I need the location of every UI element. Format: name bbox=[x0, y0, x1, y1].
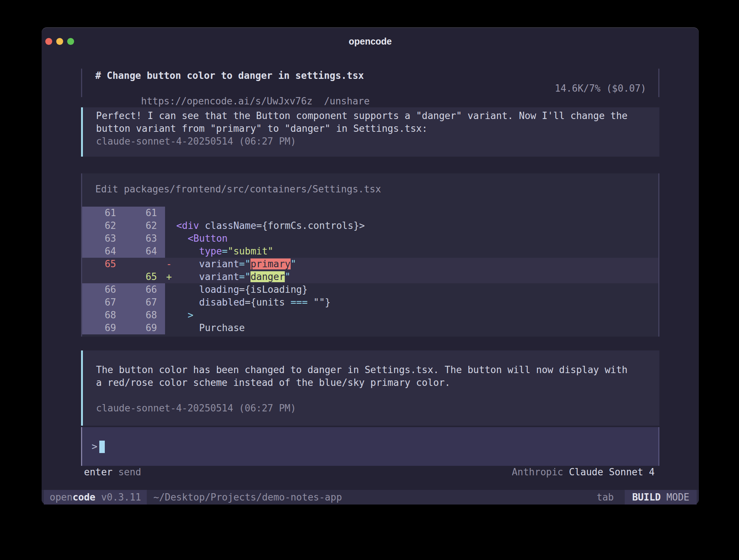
diff-code-line: <Button bbox=[153, 232, 658, 245]
model-indicator: Anthropic Claude Sonnet 4 bbox=[512, 466, 655, 479]
diff-change-marker: - bbox=[166, 258, 172, 271]
diff-row: 6161 bbox=[82, 207, 658, 219]
diff-row: 6262 <div className={formCs.controls}> bbox=[82, 219, 658, 232]
app-version-chip: opencode v0.3.11 bbox=[44, 490, 147, 505]
message-text: Perfect! I can see that the Button compo… bbox=[96, 110, 647, 135]
opencode-window: opencode # Change button color to danger… bbox=[42, 27, 699, 505]
diff-old-lineno: 67 bbox=[82, 296, 120, 309]
edit-tool-block: Edit packages/frontend/src/containers/Se… bbox=[81, 173, 659, 337]
send-hint: enter send bbox=[84, 466, 141, 479]
unshare-command[interactable]: /unshare bbox=[324, 96, 370, 107]
diff-row: 65- variant="primary" bbox=[82, 258, 658, 271]
message-meta: claude-sonnet-4-20250514 (06:27 PM) bbox=[96, 402, 647, 415]
message-line: button variant from "primary" to "danger… bbox=[96, 122, 647, 135]
diff-row: 65+ variant="danger" bbox=[82, 271, 658, 283]
tab-key-hint: tab bbox=[597, 490, 614, 505]
edit-file-path: Edit packages/frontend/src/containers/Se… bbox=[95, 184, 381, 195]
window-title: opencode bbox=[42, 36, 699, 47]
message-line: The button color has been changed to dan… bbox=[96, 364, 647, 376]
mode-chip: BUILD MODE bbox=[625, 490, 697, 505]
diff-code-line: > bbox=[153, 309, 658, 322]
diff-view: 61616262 <div className={formCs.controls… bbox=[82, 207, 658, 334]
hints-row: enter send Anthropic Claude Sonnet 4 bbox=[84, 466, 655, 479]
assistant-message: Perfect! I can see that the Button compo… bbox=[81, 107, 659, 157]
diff-old-lineno: 61 bbox=[82, 207, 120, 219]
diff-code-line: + variant="danger" bbox=[153, 271, 658, 283]
diff-old-lineno: 68 bbox=[82, 309, 120, 322]
diff-code-line: loading={isLoading} bbox=[153, 283, 658, 296]
diff-code-line: - variant="primary" bbox=[153, 258, 658, 271]
message-line: Perfect! I can see that the Button compo… bbox=[96, 110, 647, 122]
diff-code-line: <div className={formCs.controls}> bbox=[153, 219, 658, 232]
share-url-link[interactable]: https://opencode.ai/s/UwJxv76z bbox=[141, 96, 313, 107]
assistant-message: The button color has been changed to dan… bbox=[81, 350, 659, 426]
message-text: The button color has been changed to dan… bbox=[96, 364, 647, 402]
diff-change-marker: + bbox=[166, 271, 172, 283]
diff-row: 6666 loading={isLoading} bbox=[82, 283, 658, 296]
message-meta: claude-sonnet-4-20250514 (06:27 PM) bbox=[96, 135, 647, 148]
session-header: # Change button color to danger in setti… bbox=[81, 69, 659, 97]
diff-old-lineno: 63 bbox=[82, 232, 120, 245]
diff-code-line bbox=[153, 207, 658, 219]
text-cursor bbox=[99, 441, 105, 453]
diff-old-lineno: 69 bbox=[82, 322, 120, 334]
diff-old-lineno: 66 bbox=[82, 283, 120, 296]
diff-code-line: disabled={units === ""} bbox=[153, 296, 658, 309]
diff-row: 6767 disabled={units === ""} bbox=[82, 296, 658, 309]
diff-old-lineno: 65 bbox=[82, 258, 120, 271]
diff-code-line: type="submit" bbox=[153, 245, 658, 258]
message-line bbox=[96, 389, 647, 402]
diff-old-lineno: 62 bbox=[82, 219, 120, 232]
diff-old-lineno: 64 bbox=[82, 245, 120, 258]
prompt-caret-char: > bbox=[92, 440, 97, 453]
status-bar: opencode v0.3.11 ~/Desktop/Projects/demo… bbox=[42, 490, 699, 505]
working-directory: ~/Desktop/Projects/demo-notes-app bbox=[153, 490, 342, 505]
diff-code-line: Purchase bbox=[153, 322, 658, 334]
diff-row: 6464 type="submit" bbox=[82, 245, 658, 258]
session-title: # Change button color to danger in setti… bbox=[95, 69, 646, 82]
diff-row: 6363 <Button bbox=[82, 232, 658, 245]
diff-old-lineno bbox=[82, 271, 120, 283]
prompt-input[interactable]: > bbox=[81, 427, 659, 466]
message-line: a red/rose color scheme instead of the b… bbox=[96, 376, 647, 389]
diff-row: 6868 > bbox=[82, 309, 658, 322]
diff-row: 6969 Purchase bbox=[82, 322, 658, 334]
